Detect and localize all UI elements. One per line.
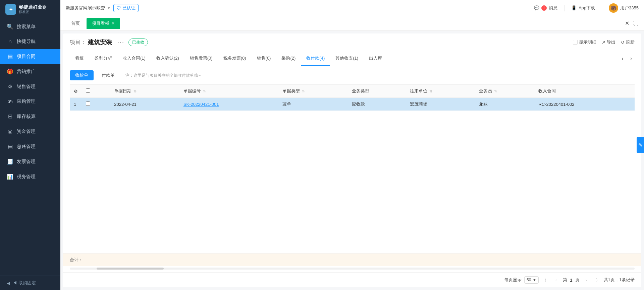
user-label: 用户3355 — [620, 5, 639, 11]
tabbar: 首页 项目看板 ✕ ✕ ⛶ — [60, 16, 644, 31]
cell-number[interactable]: SK-20220421-001 — [179, 98, 278, 111]
bag-icon: 🛍 — [7, 98, 13, 104]
right-edge-icon: ✎ — [638, 142, 643, 148]
sub-tab-income-confirm[interactable]: 收入确认(2) — [151, 51, 184, 66]
tab-home[interactable]: 首页 — [66, 18, 85, 29]
sidebar-item-marketing[interactable]: 🎁 营销推广 — [0, 64, 60, 79]
maximize-window-button[interactable]: ⛶ — [633, 20, 639, 26]
sort-date-icon: ⇅ — [133, 89, 137, 93]
sidebar-label-quicknav: 快捷导航 — [17, 39, 36, 45]
record-tab-receipt[interactable]: 收款单 — [70, 70, 94, 80]
sidebar-item-contract[interactable]: ▤ 项目合同 — [0, 49, 60, 64]
th-partner[interactable]: 往来单位 ⇅ — [406, 85, 475, 98]
export-button[interactable]: ↗ 导出 — [602, 39, 615, 45]
sidebar-item-purchase[interactable]: 🛍 采购管理 — [0, 94, 60, 109]
cell-salesman: 龙妹 — [475, 98, 534, 111]
house-icon: ⊟ — [7, 113, 13, 120]
sub-tab-income-contract[interactable]: 收入合同(1) — [117, 51, 151, 66]
page-header: 项目： 建筑安装 ··· 已生效 显示明细 ↗ 导出 ↺ 刷新 — [63, 33, 641, 51]
sidebar-item-sales[interactable]: ⚙ 销售管理 — [0, 79, 60, 94]
sidebar-label-finance: 资金管理 — [17, 129, 36, 135]
tab-project-board[interactable]: 项目看板 ✕ — [87, 18, 120, 29]
sub-tab-nav: ‹ › — [619, 54, 635, 63]
sidebar-label-inventory: 库存核算 — [17, 114, 36, 120]
divider2 — [602, 5, 602, 11]
sub-tab-payment[interactable]: 收付款(4) — [301, 51, 330, 66]
app-version: 标准版 — [19, 10, 47, 14]
th-type[interactable]: 单据类型 ⇅ — [278, 85, 348, 98]
contract-icon: ▤ — [7, 53, 13, 60]
refresh-button[interactable]: ↺ 刷新 — [621, 39, 635, 45]
sub-tab-next-arrow[interactable]: › — [628, 54, 635, 63]
user-menu[interactable]: 🐻 用户3355 — [609, 3, 639, 13]
table-row[interactable]: 1 2022-04-21 SK-20220421-001 蓝单 应收款 宏茂商场… — [70, 98, 635, 111]
sub-tab-prev-arrow[interactable]: ‹ — [619, 54, 626, 63]
sub-tab-sales[interactable]: 销售(0) — [252, 51, 276, 66]
record-tab-payment[interactable]: 付款单 — [96, 70, 120, 80]
sub-tab-tax-invoice[interactable]: 税务发票(0) — [218, 51, 252, 66]
settings-icon: ⚙ — [74, 89, 78, 94]
show-detail-toggle[interactable]: 显示明细 — [573, 39, 596, 45]
close-window-button[interactable]: ✕ — [625, 20, 629, 26]
th-salesman[interactable]: 业务员 ⇅ — [475, 85, 534, 98]
tab-close-icon[interactable]: ✕ — [111, 21, 115, 26]
invoice-icon: 🧾 — [7, 158, 13, 165]
select-all-checkbox[interactable] — [86, 88, 90, 93]
sub-tab-profit[interactable]: 盈利分析 — [89, 51, 117, 66]
next-page-button[interactable]: › — [582, 276, 590, 284]
th-date[interactable]: 单据日期 ⇅ — [110, 85, 179, 98]
scrollbar-track[interactable] — [70, 268, 635, 270]
message-button[interactable]: 💬 1 消息 — [534, 5, 557, 11]
sidebar-item-tax[interactable]: 📊 税务管理 — [0, 169, 60, 184]
sidebar-item-finance[interactable]: ◎ 资金管理 — [0, 124, 60, 139]
unpin-button[interactable]: ◀ ◀ 取消固定 — [0, 276, 60, 290]
sub-tab-other-income[interactable]: 其他收支(1) — [330, 51, 364, 66]
app-download-label: App下载 — [579, 5, 595, 11]
first-page-button[interactable]: ⟨ — [541, 276, 549, 284]
per-page-select[interactable]: 50 ▼ — [524, 276, 539, 284]
prev-page-button[interactable]: ‹ — [552, 276, 560, 284]
sidebar-item-quicknav[interactable]: ⌂ 快捷导航 — [0, 34, 60, 49]
certified-label: 已认证 — [122, 5, 136, 11]
show-detail-checkbox[interactable] — [573, 40, 578, 45]
sub-tab-inout[interactable]: 出入库 — [364, 51, 387, 66]
right-edge-button[interactable]: ✎ — [637, 137, 644, 153]
sidebar-item-inventory[interactable]: ⊟ 库存核算 — [0, 109, 60, 124]
export-label: 导出 — [607, 39, 615, 45]
finance-icon: ◎ — [7, 128, 13, 135]
sub-tab-sales-invoice[interactable]: 销售发票(0) — [184, 51, 218, 66]
page-suffix: 页 — [575, 277, 580, 283]
app-logo: ✦ 畅捷通好业财 标准版 — [0, 0, 60, 19]
message-badge: 1 — [541, 5, 547, 11]
tab-project-board-label: 项目看板 — [92, 20, 109, 26]
th-number[interactable]: 单据编号 ⇅ — [179, 85, 278, 98]
sidebar-item-ledger[interactable]: ▤ 总账管理 — [0, 139, 60, 154]
sub-tab-purchase[interactable]: 采购(2) — [276, 51, 301, 66]
sub-tab-inout-label: 出入库 — [369, 56, 382, 61]
total-records-label: 共1页，1条记录 — [604, 277, 635, 283]
cell-date: 2022-04-21 — [110, 98, 179, 111]
sub-tab-kanban[interactable]: 看板 — [70, 51, 89, 66]
certified-badge: 🛡 已认证 — [113, 4, 139, 12]
row-checkbox[interactable] — [86, 101, 90, 106]
sidebar-label-purchase: 采购管理 — [17, 98, 36, 104]
th-biz-type: 业务类型 — [348, 85, 406, 98]
sub-tab-profit-label: 盈利分析 — [95, 56, 112, 61]
cell-checkbox[interactable] — [82, 98, 110, 111]
table-footer: 合计： — [63, 253, 641, 266]
logo-icon: ✦ — [5, 4, 16, 15]
horizontal-scrollbar[interactable] — [63, 266, 641, 272]
more-options-button[interactable]: ··· — [117, 39, 124, 46]
app-download-button[interactable]: 📱 App下载 — [571, 5, 595, 11]
last-page-button[interactable]: ⟩ — [593, 276, 601, 284]
per-page-value: 50 — [527, 278, 531, 282]
account-selector[interactable]: 新服务官网演示账套 ▼ — [66, 5, 111, 11]
app-name: 畅捷通好业财 — [19, 4, 47, 10]
th-settings[interactable]: ⚙ — [70, 85, 82, 98]
scrollbar-thumb[interactable] — [97, 268, 164, 270]
account-name: 新服务官网演示账套 — [66, 5, 105, 11]
th-checkbox[interactable] — [82, 85, 110, 98]
sidebar-item-invoice[interactable]: 🧾 发票管理 — [0, 154, 60, 169]
sidebar-item-search[interactable]: 🔍 搜索菜单 — [0, 19, 60, 34]
sub-tab-purchase-label: 采购(2) — [281, 56, 296, 61]
